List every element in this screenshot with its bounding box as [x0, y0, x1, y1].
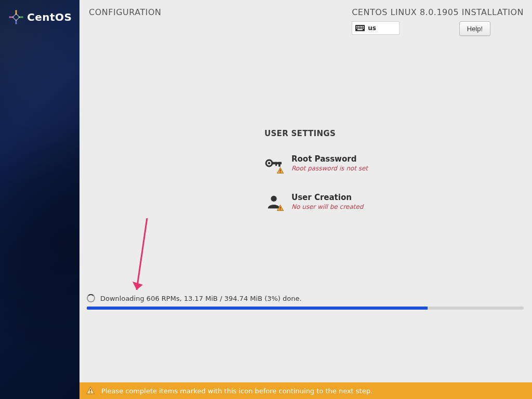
user-creation-item[interactable]: User Creation No user will be created: [264, 192, 514, 211]
svg-point-29: [271, 196, 276, 202]
svg-rect-31: [280, 207, 281, 209]
svg-rect-27: [280, 169, 281, 171]
keyboard-layout-label: us: [368, 24, 376, 32]
install-title: CENTOS LINUX 8.0.1905 INSTALLATION: [352, 7, 524, 17]
svg-rect-8: [12, 14, 19, 20]
root-password-item[interactable]: Root Password Root password is not set: [264, 154, 514, 172]
user-settings-heading: USER SETTINGS: [264, 129, 514, 138]
progress-area: Downloading 606 RPMs, 13.17 MiB / 394.74…: [87, 294, 524, 310]
user-creation-subtitle: No user will be created: [291, 203, 363, 210]
svg-rect-13: [361, 26, 362, 27]
svg-rect-28: [280, 172, 281, 172]
svg-rect-32: [280, 209, 281, 210]
svg-marker-7: [9, 16, 10, 19]
svg-rect-18: [361, 28, 362, 29]
svg-rect-14: [363, 26, 364, 27]
svg-rect-17: [360, 28, 361, 29]
top-right-group: CENTOS LINUX 8.0.1905 INSTALLATION us He…: [352, 7, 524, 36]
svg-rect-36: [90, 389, 91, 392]
main-panel: CONFIGURATION CENTOS LINUX 8.0.1905 INST…: [79, 0, 532, 399]
svg-rect-20: [357, 29, 363, 30]
user-icon: [264, 192, 283, 211]
spinner-icon: [87, 294, 95, 302]
progress-bar: [87, 307, 524, 310]
svg-rect-15: [356, 28, 357, 29]
root-password-title: Root Password: [291, 154, 368, 164]
page-title: CONFIGURATION: [89, 7, 162, 17]
svg-marker-3: [22, 16, 23, 19]
user-settings-section: USER SETTINGS Root Password Root: [264, 129, 514, 231]
svg-rect-24: [278, 162, 281, 167]
brand-logo: CentOS: [0, 0, 79, 25]
svg-rect-12: [360, 26, 361, 27]
warning-badge-icon: [276, 204, 284, 212]
warning-bar: Please complete items marked with this i…: [79, 382, 532, 399]
warning-icon: [86, 386, 95, 395]
topbar: CONFIGURATION CENTOS LINUX 8.0.1905 INST…: [79, 0, 532, 36]
progress-bar-fill: [87, 307, 428, 310]
warning-text: Please complete items marked with this i…: [101, 387, 373, 395]
svg-rect-19: [363, 28, 364, 29]
user-creation-title: User Creation: [291, 193, 363, 202]
brand-name: CentOS: [27, 11, 72, 23]
svg-rect-25: [275, 162, 277, 166]
svg-rect-37: [90, 392, 91, 393]
key-icon: [264, 154, 283, 172]
root-password-subtitle: Root password is not set: [291, 165, 368, 172]
svg-rect-10: [356, 26, 357, 27]
help-button[interactable]: Help!: [459, 21, 490, 36]
svg-marker-5: [15, 23, 18, 24]
centos-logo-icon: [8, 9, 24, 25]
svg-marker-1: [15, 10, 18, 11]
keyboard-icon: [355, 25, 365, 31]
svg-line-33: [137, 218, 147, 290]
keyboard-layout-indicator[interactable]: us: [352, 21, 400, 35]
progress-status-text: Downloading 606 RPMs, 13.17 MiB / 394.74…: [100, 295, 302, 302]
svg-point-22: [268, 162, 271, 165]
svg-rect-11: [358, 26, 359, 27]
svg-marker-34: [132, 282, 143, 290]
warning-badge-icon: [276, 167, 284, 175]
sidebar: CentOS: [0, 0, 79, 399]
annotation-arrow: [132, 218, 153, 301]
svg-rect-16: [358, 28, 359, 29]
